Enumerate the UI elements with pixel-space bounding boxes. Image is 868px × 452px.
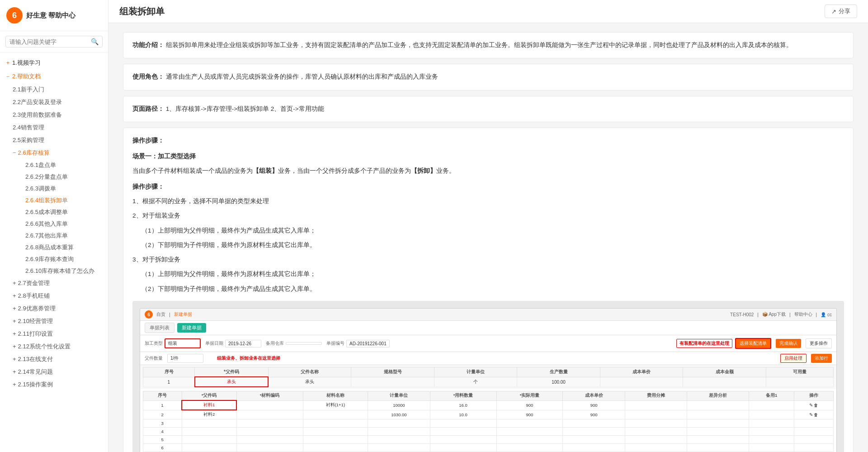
sidebar-item-263[interactable]: 2.6.3调拨单 — [19, 183, 108, 195]
simulated-ui: 6 自贡 | 新建单据 TEST-H002 | 📦 App下载 | 帮助中心 |… — [140, 308, 837, 452]
search-icon[interactable]: 🔍 — [91, 38, 99, 45]
sidebar: 6 好生意 帮助中心 🔍 + 1.视频学习 − 2.帮助文档 2.1新手入门 2… — [0, 0, 108, 452]
sim-form-bar: 加工类型 组装 单据日期 2019-12-26 备用仓库 单据编号 — [140, 335, 836, 352]
sim-logo: 6 — [145, 310, 153, 319]
step3-2: （2）下部明细为子件明细，最终作为产成品生成其它入库单。 — [132, 284, 844, 295]
sim-btn-more[interactable]: 更多操作 — [806, 338, 832, 348]
docs-submenu: 2.1新手入门 2.2产品安装及登录 2.3使用前数据准备 2.4销售管理 2.… — [0, 83, 108, 391]
func-intro-text: 组装拆卸单用来处理企业组装或拆卸等加工业务，支持有固定装配清单的产品加工业务，也… — [166, 42, 793, 48]
search-box[interactable]: 🔍 — [5, 36, 103, 48]
step3: 3、对于拆卸业务 — [132, 254, 844, 265]
sidebar-label-docs: 2.帮助文档 — [12, 72, 41, 81]
search-input[interactable] — [9, 38, 91, 45]
sim-tab-list[interactable]: 单据列表 — [145, 323, 175, 333]
func-intro-label: 功能介绍： — [132, 42, 164, 48]
sidebar-item-sales[interactable]: 2.4销售管理 — [13, 121, 108, 134]
sidebar-item-268[interactable]: 2.6.8商品成本重算 — [19, 242, 108, 253]
table-row: 5 — [143, 436, 834, 444]
table-row: 1 承头 承头 个 100.00 — [143, 377, 834, 387]
page-title: 组装拆卸单 — [119, 5, 165, 18]
sidebar-item-docs[interactable]: − 2.帮助文档 — [0, 70, 108, 83]
sidebar-item-case[interactable]: +2.15操作案例 — [13, 378, 108, 391]
step1: 1、根据不同的业务，选择不同单据的类型来处理 — [132, 196, 844, 207]
notice-area: 有装配清单的在这里处理 选择装配清单 — [676, 338, 771, 349]
form-group-date: 单据日期 2019-12-26 — [205, 340, 261, 347]
sim-help: 帮助中心 — [794, 311, 812, 318]
sim-nav-new: 新建单据 — [174, 311, 192, 318]
sidebar-item-new[interactable]: 2.1新手入门 — [13, 83, 108, 96]
search-area: 🔍 — [0, 31, 108, 52]
op-steps-label: 操作步骤： — [132, 135, 844, 146]
share-label: 分享 — [839, 7, 850, 15]
sim-btn-select-bom[interactable]: 选择装配清单 — [735, 338, 771, 349]
step2-2: （2）下部明细为子件明细，最终作为原材料生成其它出库单。 — [132, 240, 844, 251]
sim-btn-add-row[interactable]: 添加行 — [811, 354, 832, 363]
sim-nav-home: 自贡 — [156, 311, 165, 318]
sidebar-item-video[interactable]: + 1.视频学习 — [0, 56, 108, 70]
sim-sub-notice2: 启用处理 — [780, 354, 807, 363]
sim-main-table: 序号 *父件码 父件名称 规格型号 计量单位 生产数量 成本单价 成本金额 可用… — [143, 367, 834, 387]
form-group-warehouse: 备用仓库 — [266, 340, 322, 347]
form-group-code: 单据编号 AD-20191226-001 — [326, 340, 390, 347]
nav-tree: + 1.视频学习 − 2.帮助文档 2.1新手入门 2.2产品安装及登录 2.3… — [0, 52, 108, 395]
table-row: 2 衬料2 1030.00 10.0 900 900 — [143, 410, 834, 419]
screenshot-wrapper: 6 自贡 | 新建单据 TEST-H002 | 📦 App下载 | 帮助中心 |… — [132, 301, 844, 452]
sim-main-table-wrap: 序号 *父件码 父件名称 规格型号 计量单位 生产数量 成本单价 成本金额 可用… — [140, 365, 836, 389]
expand-icon-docs: − — [6, 73, 9, 80]
sim-sub-table: 序号 *父件码 *材料编码 材料名称 计量单位 *用料数量 *实际用量 成本单价… — [143, 391, 834, 452]
op-steps-sub-label: 操作步骤： — [132, 181, 844, 192]
table-row: 6 — [143, 444, 834, 452]
sim-breadcrumb: TEST-H002 — [730, 312, 754, 317]
sidebar-item-finance[interactable]: +2.7资金管理 — [13, 277, 108, 290]
sidebar-item-267[interactable]: 2.6.7其他出库单 — [19, 230, 108, 242]
path-label: 页面路径： — [132, 105, 164, 112]
sidebar-item-mobile[interactable]: +2.8手机旺铺 — [13, 290, 108, 302]
sidebar-item-print[interactable]: +2.11打印设置 — [13, 328, 108, 340]
sidebar-item-264[interactable]: 2.6.4组装拆卸单 — [19, 195, 108, 206]
sidebar-item-operation[interactable]: +2.10经营管理 — [13, 315, 108, 328]
top-bar: 组装拆卸单 ↗ 分享 — [108, 0, 868, 23]
scenario1-desc: 当由多个子件材料组装成一个成品的业务为【组装】业务，当由一个父件拆分成多个子产品… — [132, 166, 844, 176]
step2-1: （1）上部明细为父件明细，最终作为产成品生成其它入库单； — [132, 225, 844, 236]
role-block: 使用角色： 通常由生产人员或库管人员完成拆装业务的操作，库管人员确认原材料的出库… — [123, 64, 854, 90]
sidebar-item-266[interactable]: 2.6.6其他入库单 — [19, 218, 108, 230]
sim-tab-new[interactable]: 新建单据 — [177, 323, 206, 333]
sidebar-item-stock[interactable]: −2.6库存核算 — [13, 147, 108, 159]
sim-apps: 📦 App下载 — [762, 311, 786, 318]
table-row: 4 — [143, 428, 834, 436]
logo-area: 6 好生意 帮助中心 — [0, 0, 108, 31]
sidebar-item-262[interactable]: 2.6.2分量盘点单 — [19, 171, 108, 183]
table-row: 3 — [143, 419, 834, 428]
notice-text: 有装配清单的在这里处理 — [676, 339, 732, 348]
role-text: 通常由生产人员或库管人员完成拆装业务的操作，库管人员确认原材料的出库和产成品的入… — [166, 73, 438, 80]
sim-sub-table-wrap: 序号 *父件码 *材料编码 材料名称 计量单位 *用料数量 *实际用量 成本单价… — [140, 389, 836, 452]
sidebar-item-data[interactable]: 2.3使用前数据准备 — [13, 109, 108, 121]
sidebar-item-custom[interactable]: +2.12系统个性化设置 — [13, 340, 108, 353]
main-content: 组装拆卸单 ↗ 分享 功能介绍： 组装拆卸单用来处理企业组装或拆卸等加工业务，支… — [108, 0, 868, 452]
func-intro-block: 功能介绍： 组装拆卸单用来处理企业组装或拆卸等加工业务，支持有固定装配清单的产品… — [123, 32, 854, 58]
sidebar-item-269[interactable]: 2.6.9库存账本查询 — [19, 253, 108, 265]
sidebar-label-video: 1.视频学习 — [12, 59, 41, 67]
sim-user: 👤 cc — [821, 312, 832, 317]
sidebar-item-261[interactable]: 2.6.1盘点单 — [19, 159, 108, 171]
sidebar-item-faq[interactable]: +2.14常见问题 — [13, 366, 108, 378]
sidebar-item-265[interactable]: 2.6.5成本调整单 — [19, 206, 108, 218]
share-button[interactable]: ↗ 分享 — [825, 5, 857, 18]
sim-top-nav: 6 自贡 | 新建单据 TEST-H002 | 📦 App下载 | 帮助中心 |… — [140, 309, 836, 321]
logo-icon: 6 — [6, 7, 23, 24]
share-icon: ↗ — [831, 8, 836, 15]
sidebar-item-pay[interactable]: +2.13在线支付 — [13, 353, 108, 366]
sim-btn-confirm[interactable]: 完成确认 — [776, 339, 801, 348]
sim-sub-notice: 组装业务、拆卸业务在这里选择 — [217, 355, 280, 362]
sidebar-item-purchase[interactable]: 2.5采购管理 — [13, 134, 108, 147]
step2: 2、对于组装业务 — [132, 210, 844, 221]
sidebar-item-2610[interactable]: 2.6.10库存账本错了怎么办 — [19, 265, 108, 277]
sidebar-item-install[interactable]: 2.2产品安装及登录 — [13, 96, 108, 109]
step3-1: （1）上部明细为父件明细，最终作为原材料生成其它出库单； — [132, 269, 844, 280]
path-text: 1、库存核算->库存管理->组装拆卸单 2、首页->常用功能 — [166, 105, 324, 112]
op-steps-block: 操作步骤： 场景一：加工类型选择 当由多个子件材料组装成一个成品的业务为【组装】… — [123, 128, 854, 452]
content-area: 功能介绍： 组装拆卸单用来处理企业组装或拆卸等加工业务，支持有固定装配清单的产品… — [108, 23, 868, 452]
sidebar-item-coupon[interactable]: +2.9优惠券管理 — [13, 302, 108, 315]
role-label: 使用角色： — [132, 73, 164, 80]
sim-tab-bar: 单据列表 新建单据 — [140, 321, 836, 335]
